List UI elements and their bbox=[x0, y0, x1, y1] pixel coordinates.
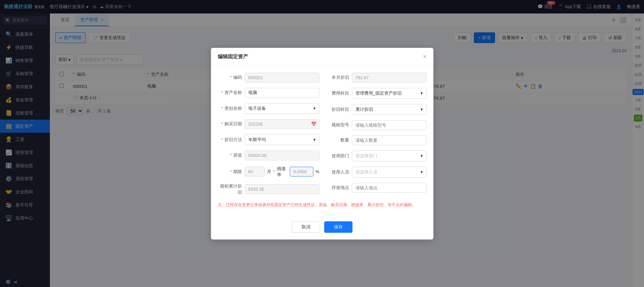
location-input[interactable] bbox=[352, 183, 427, 193]
field-asset-name: * 资产名称 bbox=[218, 88, 319, 98]
field-monthly-dep: 本月折旧 bbox=[325, 73, 427, 83]
monthly-dep-input bbox=[352, 73, 427, 83]
depreciation-select[interactable]: 年限平均 ▾ bbox=[245, 134, 319, 145]
user-arrow: ▾ bbox=[421, 169, 423, 174]
residual-rate-label: 残值率 bbox=[277, 166, 288, 178]
purchase-date-input[interactable] bbox=[245, 120, 308, 129]
category-select[interactable]: 电子设备 ▾ bbox=[245, 103, 319, 114]
modal-left-col: * 编码 * 资产名称 * bbox=[218, 73, 319, 201]
field-depreciation-method: * 折旧方法 年限平均 ▾ bbox=[218, 134, 319, 145]
field-dep-subject: 折旧科目 累计折旧 ▾ bbox=[325, 104, 427, 115]
category-select-arrow: ▾ bbox=[313, 106, 316, 111]
calendar-icon: 📅 bbox=[308, 122, 319, 127]
original-value-input[interactable] bbox=[245, 151, 319, 160]
modal-overlay: 编辑固定资产 × * 编码 * 资产 bbox=[0, 0, 644, 287]
edit-asset-modal: 编辑固定资产 × * 编码 * 资产 bbox=[211, 48, 433, 240]
modal-note: 注：已经存在变更记录或者对应固定资产已经生成凭证，原值、购买日期、残值率、累计折… bbox=[218, 201, 427, 212]
field-spec-model: 规格型号 bbox=[325, 120, 427, 130]
field-purchase-date: * 购买日期 📅 bbox=[218, 119, 319, 129]
asset-name-input[interactable] bbox=[245, 88, 319, 98]
residual-rate-input[interactable] bbox=[290, 167, 313, 177]
user-select[interactable]: 请选择人员 ▾ bbox=[352, 167, 427, 178]
dep-subject-select[interactable]: 累计折旧 ▾ bbox=[352, 104, 427, 115]
expense-subject-arrow: ▾ bbox=[421, 91, 423, 96]
modal-footer: 取消 保存 bbox=[211, 219, 433, 240]
department-select[interactable]: 请选择部门 ▾ bbox=[352, 151, 427, 161]
modal-body: * 编码 * 资产名称 * bbox=[211, 66, 433, 219]
period-unit: 月 bbox=[267, 169, 271, 175]
expense-subject-select[interactable]: 管理费用_固定资产折旧 ▾ bbox=[352, 88, 427, 99]
field-quantity: 数量 bbox=[325, 135, 427, 145]
modal-title: 编辑固定资产 bbox=[218, 54, 248, 60]
field-category-name: * 类别名称 电子设备 ▾ bbox=[218, 103, 319, 114]
modal-close-btn[interactable]: × bbox=[423, 53, 427, 60]
cancel-button[interactable]: 取消 bbox=[292, 221, 320, 233]
modal-header: 编辑固定资产 × bbox=[211, 48, 433, 66]
save-button[interactable]: 保存 bbox=[324, 221, 352, 233]
initial-accumulated-input[interactable] bbox=[245, 184, 319, 194]
field-department: 使用部门 请选择部门 ▾ bbox=[325, 151, 427, 161]
field-period: * 期限 月 * 残值率 % bbox=[218, 166, 319, 178]
dep-subject-arrow: ▾ bbox=[421, 107, 423, 112]
field-code: * 编码 bbox=[218, 73, 319, 83]
field-original-value: * 原值 bbox=[218, 151, 319, 160]
modal-right-col: 本月折旧 费用科目 管理费用_固定资产折旧 ▾ 折旧科目 累计折旧 bbox=[325, 73, 427, 201]
modal-form-grid: * 编码 * 资产名称 * bbox=[218, 73, 427, 201]
quantity-input[interactable] bbox=[352, 135, 427, 145]
percent-sign: % bbox=[315, 169, 319, 174]
field-expense-subject: 费用科目 管理费用_固定资产折旧 ▾ bbox=[325, 88, 427, 99]
field-user: 使用人员 请选择人员 ▾ bbox=[325, 167, 427, 178]
depreciation-arrow: ▾ bbox=[313, 137, 316, 142]
field-initial-accumulated: 期初累计折旧 bbox=[218, 183, 319, 195]
code-input[interactable] bbox=[245, 73, 319, 83]
period-input[interactable] bbox=[245, 167, 265, 177]
dept-arrow: ▾ bbox=[421, 153, 423, 158]
field-location: 存放地点 bbox=[325, 183, 427, 193]
spec-model-input[interactable] bbox=[352, 120, 427, 130]
